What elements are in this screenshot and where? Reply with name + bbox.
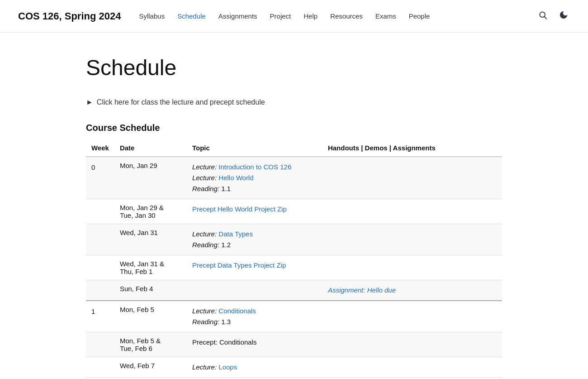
col-handouts: Handouts | Demos | Assignments	[322, 140, 502, 157]
table-row: 0 Mon, Jan 29 Lecture: Introduction to C…	[86, 157, 502, 199]
date-cell: Wed, Jan 31 &Thu, Feb 1	[114, 255, 187, 280]
lecture-data-types-link[interactable]: Data Types	[218, 230, 253, 238]
topic-cell: Lecture: Conditionals Reading: 1.3	[187, 301, 322, 332]
handouts-cell	[322, 255, 502, 280]
lecture-loops-link[interactable]: Loops	[218, 363, 237, 371]
dark-mode-button[interactable]	[557, 9, 570, 24]
date-cell: Mon, Jan 29 &Tue, Jan 30	[114, 199, 187, 224]
course-schedule-table: Week Date Topic Handouts | Demos | Assig…	[86, 140, 502, 378]
date-cell: Wed, Jan 31	[114, 224, 187, 255]
col-topic: Topic	[187, 140, 322, 157]
nav-help[interactable]: Help	[303, 12, 318, 20]
search-button[interactable]	[536, 9, 549, 24]
table-header: Week Date Topic Handouts | Demos | Assig…	[86, 140, 502, 157]
handouts-cell	[322, 301, 502, 332]
collapsible-schedule-toggle[interactable]: ► Click here for class the lecture and p…	[86, 98, 502, 106]
handouts-cell	[322, 357, 502, 378]
main-nav: Syllabus Schedule Assignments Project He…	[139, 12, 536, 20]
table-row: Wed, Feb 7 Lecture: Loops	[86, 357, 502, 378]
lecture-intro-link[interactable]: Introduction to COS 126	[218, 163, 291, 171]
table-row: Wed, Jan 31 &Thu, Feb 1 Precept Data Typ…	[86, 255, 502, 280]
date-cell: Wed, Feb 7	[114, 357, 187, 378]
handouts-cell	[322, 332, 502, 357]
table-row: Sun, Feb 4 Assignment: Hello due	[86, 280, 502, 301]
date-cell: Sun, Feb 4	[114, 280, 187, 301]
handouts-cell: Assignment: Hello due	[322, 280, 502, 301]
table-row: 1 Mon, Feb 5 Lecture: Conditionals Readi…	[86, 301, 502, 332]
week-cell	[86, 357, 114, 378]
table-body: 0 Mon, Jan 29 Lecture: Introduction to C…	[86, 157, 502, 378]
table-row: Wed, Jan 31 Lecture: Data Types Reading:…	[86, 224, 502, 255]
precept-hello-world-link[interactable]: Precept Hello World Project Zip	[192, 205, 287, 213]
topic-cell: Lecture: Data Types Reading: 1.2	[187, 224, 322, 255]
table-row: Mon, Jan 29 &Tue, Jan 30 Precept Hello W…	[86, 199, 502, 224]
date-cell: Mon, Feb 5	[114, 301, 187, 332]
precept-data-types-link[interactable]: Precept Data Types Project Zip	[192, 261, 286, 269]
topic-cell: Lecture: Loops	[187, 357, 322, 378]
topic-cell: Precept Hello World Project Zip	[187, 199, 322, 224]
week-cell	[86, 224, 114, 255]
handouts-cell	[322, 224, 502, 255]
site-header: COS 126, Spring 2024 Syllabus Schedule A…	[0, 0, 588, 33]
week-cell: 0	[86, 157, 114, 199]
handouts-cell	[322, 157, 502, 199]
nav-syllabus[interactable]: Syllabus	[139, 12, 165, 20]
lecture-conditionals-link[interactable]: Conditionals	[218, 307, 256, 315]
handouts-cell	[322, 199, 502, 224]
hello-due-link[interactable]: Hello due	[367, 286, 396, 294]
nav-resources[interactable]: Resources	[330, 12, 363, 20]
col-date: Date	[114, 140, 187, 157]
table-row: Mon, Feb 5 &Tue, Feb 6 Precept: Conditio…	[86, 332, 502, 357]
topic-cell: Precept Data Types Project Zip	[187, 255, 322, 280]
svg-line-1	[545, 17, 547, 19]
topic-cell	[187, 280, 322, 301]
col-week: Week	[86, 140, 114, 157]
triangle-icon: ►	[86, 98, 93, 106]
topic-cell: Lecture: Introduction to COS 126 Lecture…	[187, 157, 322, 199]
nav-project[interactable]: Project	[270, 12, 291, 20]
date-cell: Mon, Feb 5 &Tue, Feb 6	[114, 332, 187, 357]
course-schedule-heading: Course Schedule	[86, 123, 502, 133]
site-title: COS 126, Spring 2024	[18, 10, 121, 22]
week-cell	[86, 280, 114, 301]
week-cell	[86, 199, 114, 224]
main-content: Schedule ► Click here for class the lect…	[68, 33, 520, 379]
moon-icon	[559, 10, 568, 19]
search-icon	[538, 10, 547, 19]
nav-schedule[interactable]: Schedule	[177, 12, 206, 20]
lecture-hello-world-link[interactable]: Hello World	[218, 174, 253, 182]
nav-assignments[interactable]: Assignments	[218, 12, 257, 20]
date-cell: Mon, Jan 29	[114, 157, 187, 199]
topic-cell: Precept: Conditionals	[187, 332, 322, 357]
week-cell: 1	[86, 301, 114, 332]
header-icons	[536, 9, 570, 24]
week-cell	[86, 255, 114, 280]
week-cell	[86, 332, 114, 357]
nav-people[interactable]: People	[409, 12, 430, 20]
page-title: Schedule	[86, 55, 502, 80]
collapsible-label[interactable]: Click here for class the lecture and pre…	[97, 98, 265, 106]
nav-exams[interactable]: Exams	[375, 12, 396, 20]
